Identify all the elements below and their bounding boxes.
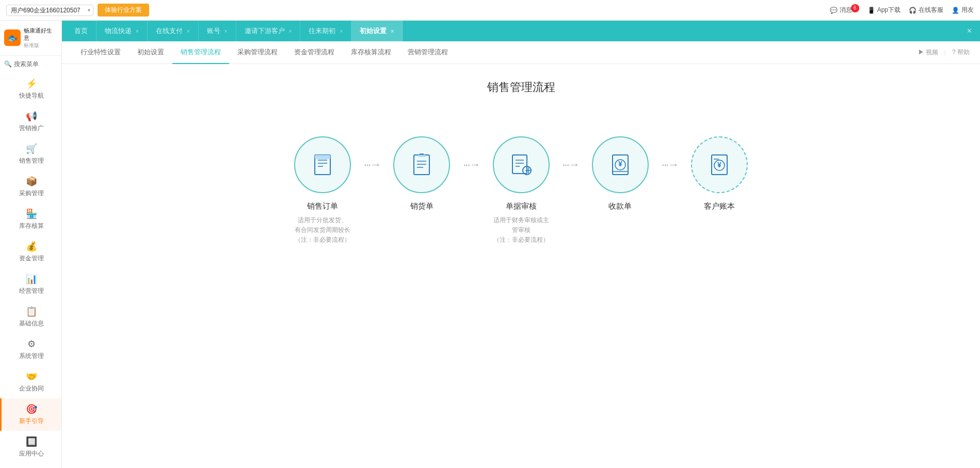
tab-account[interactable]: 账号 ×: [199, 21, 236, 41]
sub-tab-industry[interactable]: 行业特性设置: [72, 41, 129, 64]
flow-arrow-1: ···→: [364, 136, 380, 202]
sidebar-item-inventory[interactable]: 🏪 库存核算: [0, 203, 61, 236]
sales-label: 销售管理: [19, 157, 44, 165]
message-item[interactable]: 💬 消息 6: [830, 6, 859, 14]
user-selector[interactable]: 用户690企业1660120507: [6, 5, 93, 16]
tab-payment[interactable]: 在线支付 ×: [148, 21, 199, 41]
tab-period-label: 往来期初: [309, 26, 335, 36]
sidebar-item-marketing[interactable]: 📢 营销推广: [0, 105, 61, 138]
sidebar-logo: 🐟 畅康通好生意 标准版: [0, 21, 61, 56]
sidebar-item-sales[interactable]: 🛒 销售管理: [0, 138, 61, 170]
user-name: 用友: [961, 6, 974, 14]
guide-label: 新手引导: [19, 417, 44, 426]
sub-tab-inventory-flow[interactable]: 库存核算流程: [343, 41, 399, 64]
app-download-item[interactable]: 📱 App下载: [867, 6, 901, 14]
enterprise-icon: 🤝: [26, 371, 37, 382]
sub-tab-industry-label: 行业特性设置: [81, 48, 121, 57]
flow-arrow-2: ···→: [463, 136, 479, 202]
search-menu[interactable]: 🔍 搜索菜单: [0, 56, 61, 73]
sidebar-item-quick-nav[interactable]: ⚡ 快捷导航: [0, 73, 61, 105]
service-label: 在线客服: [919, 6, 943, 14]
sub-tab-purchase-flow-label: 采购管理流程: [237, 48, 278, 57]
operation-icon: 📊: [26, 273, 37, 285]
sidebar-item-finance[interactable]: 💰 资金管理: [0, 236, 61, 268]
sub-tab-sales-flow[interactable]: 销售管理流程: [172, 41, 229, 64]
flow-step-sales-order[interactable]: 销售订单 适用于分批发货、有合同发货周期较长（注：非必要流程）: [281, 136, 364, 245]
nav-global-close[interactable]: ×: [963, 26, 976, 36]
app-center-icon: 🔲: [26, 436, 37, 447]
flow-circle-sales-bill: [393, 136, 450, 193]
sidebar-item-guide[interactable]: 🎯 新手引导: [0, 398, 61, 431]
help-link[interactable]: ? 帮助: [952, 48, 970, 57]
page-content: 销售管理流程 销售订单 适用于分批发货、有合同发货周期较长（: [62, 64, 980, 468]
guide-icon: 🎯: [26, 403, 37, 415]
sidebar-item-app-center[interactable]: 🔲 应用中心: [0, 431, 61, 463]
svg-rect-9: [418, 155, 425, 157]
user-select-input[interactable]: 用户690企业1660120507: [6, 5, 93, 16]
sub-tab-sales-flow-label: 销售管理流程: [181, 48, 221, 57]
sub-tab-purchase-flow[interactable]: 采购管理流程: [229, 41, 286, 64]
online-service-item[interactable]: 🎧 在线客服: [909, 6, 943, 14]
user-avatar-item[interactable]: 👤 用友: [952, 6, 974, 14]
system-label: 系统管理: [19, 352, 44, 361]
avatar-icon: 👤: [952, 7, 959, 14]
sub-tab-inventory-flow-label: 库存核算流程: [351, 48, 391, 57]
video-link[interactable]: ▶ 视频: [918, 48, 938, 57]
tab-logistics-close[interactable]: ×: [136, 28, 139, 34]
nav-tabs: 首页 物流快递 × 在线支付 × 账号 × 邀请下游客户 × 往来期初 ×: [62, 21, 980, 41]
tab-init-close[interactable]: ×: [391, 28, 394, 34]
tab-invite-close[interactable]: ×: [289, 28, 292, 34]
sidebar-item-wechat[interactable]: 💬 企业微信: [0, 463, 61, 468]
help-icon: ?: [952, 49, 956, 56]
sub-tab-marketing-flow[interactable]: 营销管理流程: [399, 41, 456, 64]
step-name-sales-bill: 销货单: [410, 201, 433, 211]
sidebar-item-enterprise[interactable]: 🤝 企业协同: [0, 366, 61, 398]
basic-label: 基础信息: [19, 319, 44, 328]
sub-tabs-right: ▶ 视频 | ? 帮助: [918, 48, 970, 57]
operation-label: 经营管理: [19, 287, 44, 295]
industry-btn[interactable]: 体验行业方案: [98, 4, 149, 17]
step-desc-doc-review: 适用于财务审核或主管审核（注：非必要流程）: [493, 215, 549, 245]
sub-tab-capital-flow[interactable]: 资金管理流程: [286, 41, 343, 64]
sidebar-item-basic[interactable]: 📋 基础信息: [0, 301, 61, 333]
quick-nav-icon: ⚡: [26, 78, 37, 89]
flow-step-receipt[interactable]: ¥ 收款单: [579, 136, 662, 215]
doc-review-icon: [508, 152, 534, 178]
sidebar-item-system[interactable]: ⚙ 系统管理: [0, 333, 61, 366]
tab-account-label: 账号: [207, 26, 220, 36]
search-icon: 🔍: [4, 60, 12, 68]
inventory-label: 库存核算: [19, 222, 44, 230]
top-bar-left: 用户690企业1660120507 体验行业方案: [6, 4, 149, 17]
inventory-icon: 🏪: [26, 208, 37, 220]
step-name-customer-account: 客户账本: [704, 201, 735, 211]
video-icon: ▶: [918, 49, 924, 56]
sub-tab-marketing-flow-label: 营销管理流程: [408, 48, 448, 57]
sub-tab-init[interactable]: 初始设置: [129, 41, 172, 64]
tab-invite[interactable]: 邀请下游客户 ×: [236, 21, 301, 41]
logo-icon: 🐟: [4, 29, 21, 46]
flow-step-sales-bill[interactable]: 销货单: [380, 136, 463, 215]
tab-home[interactable]: 首页: [66, 21, 97, 41]
flow-step-customer-account[interactable]: ¥ 客户账本: [678, 136, 761, 215]
tab-account-close[interactable]: ×: [224, 28, 228, 34]
sidebar-item-purchase[interactable]: 📦 采购管理: [0, 170, 61, 203]
sidebar: 🐟 畅康通好生意 标准版 🔍 搜索菜单 ⚡ 快捷导航 📢 营销推广 🛒 销售管理…: [0, 21, 62, 468]
message-label: 消息: [840, 6, 852, 14]
tab-period-close[interactable]: ×: [340, 28, 343, 34]
sales-bill-icon: [409, 152, 435, 178]
flow-step-doc-review[interactable]: 单据审核 适用于财务审核或主管审核（注：非必要流程）: [480, 136, 563, 245]
sidebar-item-operation[interactable]: 📊 经营管理: [0, 268, 61, 301]
top-bar: 用户690企业1660120507 体验行业方案 💬 消息 6 📱 App下载 …: [0, 0, 980, 21]
tab-period[interactable]: 往来期初 ×: [300, 21, 351, 41]
flow-circle-sales-order: [294, 136, 351, 193]
tab-home-label: 首页: [74, 26, 88, 36]
flow-circle-receipt: ¥: [592, 136, 649, 193]
tab-logistics[interactable]: 物流快递 ×: [97, 21, 148, 41]
tab-init[interactable]: 初始设置 ×: [351, 21, 403, 41]
sub-tab-init-label: 初始设置: [137, 48, 164, 57]
customer-account-icon: ¥: [706, 152, 732, 178]
tab-payment-close[interactable]: ×: [187, 28, 190, 34]
help-label: 帮助: [957, 49, 970, 56]
app-label: App下载: [877, 6, 901, 14]
svg-rect-4: [315, 155, 330, 159]
